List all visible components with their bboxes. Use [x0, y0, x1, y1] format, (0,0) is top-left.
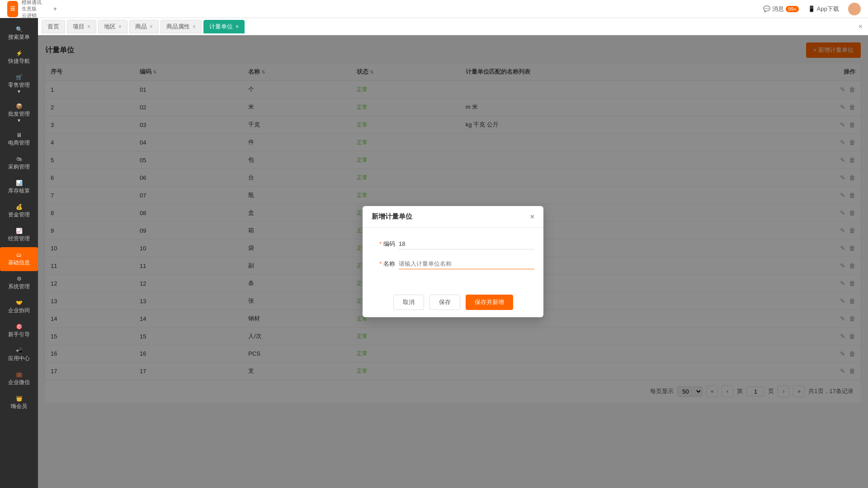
member-icon: 👑 — [2, 395, 36, 402]
sidebar-item-search-menu[interactable]: 🔍 搜索菜单 — [0, 22, 38, 46]
sidebar-item-enterprise[interactable]: 💼 企业微信 — [0, 367, 38, 391]
tab-close-product[interactable]: × — [150, 24, 153, 29]
logo: 云 橙林通讯生意版 云进销 — [7, 0, 45, 19]
sidebar-item-wholesale[interactable]: 📦 批发管理 ▼ — [0, 99, 38, 127]
modal-dialog: 新增计量单位 × 编码 名称 取消 — [363, 206, 543, 317]
logo-text: 橙林通讯生意版 云进销 — [22, 0, 45, 19]
sidebar-item-newbie[interactable]: 🎯 新手引导 — [0, 319, 38, 343]
modal-title: 新增计量单位 — [372, 212, 412, 221]
save-button[interactable]: 保存 — [429, 295, 460, 310]
base-info-icon: 🗂 — [2, 252, 36, 258]
quick-nav-icon: ⚡ — [2, 50, 36, 56]
tab-product[interactable]: 商品 × — [129, 20, 159, 33]
cancel-button[interactable]: 取消 — [393, 295, 424, 310]
message-badge: 99+ — [786, 6, 799, 12]
save-and-new-button[interactable]: 保存并新增 — [466, 295, 513, 310]
modal-overlay[interactable]: 新增计量单位 × 编码 名称 取消 — [38, 35, 868, 488]
sidebar-item-base-info[interactable]: 🗂 基础信息 — [0, 247, 38, 271]
retail-icon: 🛒 — [2, 74, 36, 80]
form-row-code: 编码 — [372, 239, 534, 249]
logo-icon: 云 — [7, 1, 18, 17]
tab-region[interactable]: 地区 × — [98, 20, 127, 33]
tab-close-attr[interactable]: × — [193, 24, 196, 29]
ecommerce-icon: 🖥 — [2, 132, 36, 138]
operation-icon: 📈 — [2, 228, 36, 234]
sidebar-item-inventory[interactable]: 📊 库存核算 — [0, 175, 38, 199]
sidebar-item-quick-nav[interactable]: ⚡ 快捷导航 — [0, 46, 38, 70]
tabs-close-all[interactable]: × — [857, 21, 864, 33]
sidebar: 🔍 搜索菜单 ⚡ 快捷导航 🛒 零售管理 ▼ 📦 批发管理 ▼ 🖥 电商管理 🛍… — [0, 18, 38, 488]
tabs-bar: 首页 项目 × 地区 × 商品 × 商品属性 × 计量单位 × × — [38, 18, 868, 35]
sidebar-item-ecommerce[interactable]: 🖥 电商管理 — [0, 127, 38, 151]
partner-icon: 🤝 — [2, 300, 36, 306]
modal-close-btn[interactable]: × — [530, 213, 534, 221]
sidebar-item-finance[interactable]: 💰 资金管理 — [0, 199, 38, 223]
top-header: 云 橙林通讯生意版 云进销 ▼ 💬 消息 99+ 📱 App下载 — [0, 0, 868, 18]
page-content: 计量单位 + 新增计量单位 序号 编码⇅ 名称⇅ 状态⇅ 计量单位匹配的名称列表… — [38, 35, 868, 488]
tab-attr[interactable]: 商品属性 × — [160, 20, 202, 33]
code-label: 编码 — [372, 240, 399, 248]
message-icon: 💬 — [763, 5, 770, 12]
name-input[interactable] — [399, 258, 534, 269]
tab-close-unit[interactable]: × — [236, 24, 239, 29]
tab-close-region[interactable]: × — [118, 24, 122, 29]
download-icon: 📱 — [808, 5, 815, 12]
sidebar-item-retail[interactable]: 🛒 零售管理 ▼ — [0, 70, 38, 99]
tab-home[interactable]: 首页 — [42, 20, 65, 33]
main-layout: 🔍 搜索菜单 ⚡ 快捷导航 🛒 零售管理 ▼ 📦 批发管理 ▼ 🖥 电商管理 🛍… — [0, 18, 868, 488]
search-menu-icon: 🔍 — [2, 26, 36, 33]
code-input[interactable] — [399, 239, 534, 249]
system-icon: ⚙ — [2, 276, 36, 282]
sidebar-item-system[interactable]: ⚙ 系统管理 — [0, 271, 38, 295]
modal-body: 编码 名称 — [363, 228, 543, 289]
inventory-icon: 📊 — [2, 180, 36, 186]
modal-header: 新增计量单位 × — [363, 206, 543, 228]
app-download-btn[interactable]: 📱 App下载 — [808, 5, 839, 13]
newbie-icon: 🎯 — [2, 324, 36, 330]
purchase-icon: 🛍 — [2, 156, 36, 162]
modal-footer: 取消 保存 保存并新增 — [363, 289, 543, 317]
finance-icon: 💰 — [2, 204, 36, 210]
content-area: 首页 项目 × 地区 × 商品 × 商品属性 × 计量单位 × × — [38, 18, 868, 488]
sidebar-item-operation[interactable]: 📈 经营管理 — [0, 223, 38, 247]
app-center-icon: 📲 — [2, 347, 36, 354]
name-label: 名称 — [372, 260, 399, 268]
enterprise-icon: 💼 — [2, 371, 36, 378]
sidebar-item-partner[interactable]: 🤝 企业协同 — [0, 295, 38, 319]
tab-close-project[interactable]: × — [87, 24, 90, 29]
sidebar-item-app-center[interactable]: 📲 应用中心 — [0, 343, 38, 367]
header-right: 💬 消息 99+ 📱 App下载 — [763, 3, 861, 15]
chevron-down-icon-2: ▼ — [2, 118, 36, 123]
tab-unit[interactable]: 计量单位 × — [203, 20, 245, 33]
user-avatar[interactable] — [848, 3, 861, 15]
sidebar-item-member[interactable]: 👑 嗨会员 — [0, 391, 38, 415]
tab-project[interactable]: 项目 × — [67, 20, 96, 33]
form-row-name: 名称 — [372, 258, 534, 269]
chevron-down-icon: ▼ — [2, 89, 36, 94]
message-btn[interactable]: 💬 消息 99+ — [763, 5, 799, 13]
wholesale-icon: 📦 — [2, 103, 36, 109]
sidebar-item-purchase[interactable]: 🛍 采购管理 — [0, 151, 38, 175]
